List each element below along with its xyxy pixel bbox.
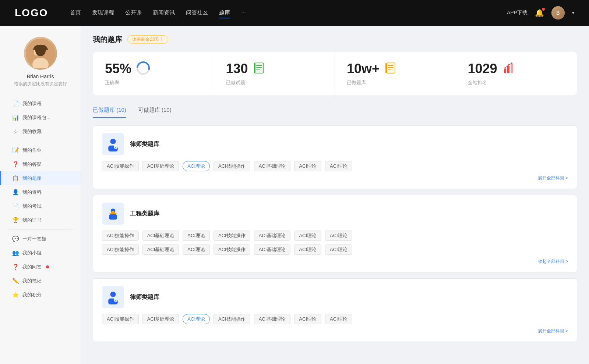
sidebar-item-my-courses[interactable]: 📄 我的课程	[0, 97, 81, 111]
svg-point-21	[504, 67, 506, 69]
l2-tag-6[interactable]: ACI理论	[325, 314, 352, 324]
profile-chevron-icon[interactable]: ▾	[572, 10, 574, 15]
certificate-icon: 🏆	[12, 217, 19, 224]
expand-lawyer-1[interactable]: 展开全部科目 >	[102, 175, 568, 181]
nav-discover[interactable]: 发现课程	[92, 8, 114, 18]
questions-label: 已做试题	[226, 79, 323, 86]
sidebar-item-certificate[interactable]: 🏆 我的证书	[0, 213, 81, 227]
main-layout: Brian Harris 错误的决定比没有决定要好 📄 我的课程 📊 我的课程包…	[0, 0, 589, 364]
bank-card-lawyer-1: ✓ 律师类题库 ACI技能操作 ACI基础理论 ACI理论 ACI技能操作 AC…	[93, 125, 577, 189]
eng-tag-1[interactable]: ACI基础理论	[142, 231, 179, 241]
bank-tags-engineer: ACI技能操作 ACI基础理论 ACI理论 ACI技能操作 ACI基础理论 AC…	[102, 231, 568, 241]
nav-qa[interactable]: 问答社区	[186, 8, 208, 18]
l2-tag-2[interactable]: ACI理论	[183, 314, 210, 324]
app-download-button[interactable]: APP下载	[507, 10, 528, 16]
bank-name-lawyer-2: 律师类题库	[130, 293, 159, 301]
eng-tag-3[interactable]: ACI技能操作	[214, 231, 250, 241]
svg-rect-19	[507, 66, 509, 73]
eng-tag-9[interactable]: ACI理论	[183, 245, 210, 255]
nav-links: 首页 发现课程 公开课 新闻资讯 问答社区 题库 ···	[70, 8, 507, 18]
tag-4[interactable]: ACI基础理论	[254, 161, 291, 171]
sidebar-item-points[interactable]: ⭐ 我的积分	[0, 288, 81, 302]
nav-open-course[interactable]: 公开课	[125, 8, 142, 18]
eng-tag-6[interactable]: ACI理论	[325, 231, 352, 241]
l2-tag-4[interactable]: ACI基础理论	[254, 314, 291, 324]
sidebar-divider-2	[7, 229, 73, 230]
l2-tag-3[interactable]: ACI技能操作	[214, 314, 250, 324]
qa-icon: ❓	[12, 161, 19, 168]
tag-0[interactable]: ACI技能操作	[102, 161, 139, 171]
sidebar-item-exam[interactable]: 📄 我的考试	[0, 199, 81, 213]
tag-6[interactable]: ACI理论	[325, 161, 352, 171]
lawyer2-icon: ✓	[102, 286, 124, 308]
eng-tag-4[interactable]: ACI基础理论	[254, 231, 291, 241]
eng-tag-5[interactable]: ACI理论	[294, 231, 321, 241]
eng-tag-12[interactable]: ACI理论	[294, 245, 321, 255]
eng-tag-13[interactable]: ACI理论	[325, 245, 352, 255]
nav-right: APP下载 🔔 B ▾	[507, 6, 574, 19]
eng-tag-7[interactable]: ACI技能操作	[102, 245, 139, 255]
sidebar-item-qa[interactable]: ❓ 我的答疑	[0, 157, 81, 171]
eng-tag-8[interactable]: ACI基础理论	[142, 245, 179, 255]
stat-questions-top: 130	[226, 61, 323, 76]
rank-label: 全站排名	[468, 79, 565, 86]
sidebar: Brian Harris 错误的决定比没有决定要好 📄 我的课程 📊 我的课程包…	[0, 26, 81, 364]
bank-tags-lawyer-2: ACI技能操作 ACI基础理论 ACI理论 ACI技能操作 ACI基础理论 AC…	[102, 314, 568, 324]
tab-available[interactable]: 可做题库 (10)	[138, 103, 172, 118]
svg-point-34	[110, 292, 116, 297]
eng-tag-10[interactable]: ACI技能操作	[214, 245, 250, 255]
sidebar-item-course-packages[interactable]: 📊 我的课程包...	[0, 111, 81, 125]
notification-bell[interactable]: 🔔	[535, 8, 544, 17]
rank-value: 1029	[468, 61, 497, 76]
user-avatar[interactable]: B	[551, 6, 565, 19]
sidebar-item-favorites[interactable]: ☆ 我的收藏	[0, 125, 81, 139]
sidebar-item-homework[interactable]: 📝 我的作业	[0, 143, 81, 157]
profile-icon: 👤	[12, 189, 19, 196]
accuracy-label: 正确率	[105, 79, 202, 86]
exam-icon: 📄	[12, 203, 19, 210]
tag-1[interactable]: ACI基础理论	[142, 161, 179, 171]
bar-chart-icon	[502, 62, 514, 75]
sidebar-item-groups[interactable]: 👥 我的小组	[0, 246, 81, 260]
svg-rect-15	[388, 67, 394, 68]
avatar	[24, 37, 57, 70]
l2-tag-0[interactable]: ACI技能操作	[102, 314, 139, 324]
navbar: LOGO 首页 发现课程 公开课 新闻资讯 问答社区 题库 ··· APP下载 …	[0, 0, 589, 26]
my-qa-icon: ❓	[12, 264, 19, 270]
l2-tag-1[interactable]: ACI基础理论	[142, 314, 179, 324]
sidebar-item-profile[interactable]: 👤 我的资料	[0, 185, 81, 199]
nav-question-bank[interactable]: 题库	[219, 8, 230, 18]
user-motto: 错误的决定比没有决定要好	[10, 81, 71, 87]
sidebar-menu: 📄 我的课程 📊 我的课程包... ☆ 我的收藏 📝 我的作业 ❓ 我的答疑 �	[0, 97, 81, 302]
svg-rect-6	[255, 63, 264, 73]
eng-tag-2[interactable]: ACI理论	[183, 231, 210, 241]
lawyer-icon: ✓	[102, 133, 124, 155]
expand-lawyer-2[interactable]: 展开全部科目 >	[102, 328, 568, 334]
sidebar-item-my-qa[interactable]: ❓ 我的问答	[0, 260, 81, 274]
nav-news[interactable]: 新闻资讯	[153, 8, 175, 18]
eng-tag-0[interactable]: ACI技能操作	[102, 231, 139, 241]
page-title: 我的题库	[93, 35, 122, 44]
sidebar-item-notes[interactable]: ✏️ 我的笔记	[0, 274, 81, 288]
sidebar-item-1on1-qa[interactable]: 💬 一对一答疑	[0, 232, 81, 246]
eng-tag-11[interactable]: ACI基础理论	[254, 245, 291, 255]
my-courses-icon: 📄	[12, 100, 19, 107]
main-content: 我的题库 体验剩余23天！ 55% 正确率	[81, 26, 589, 364]
svg-text:✓: ✓	[114, 299, 117, 302]
favorites-icon: ☆	[12, 128, 19, 135]
svg-rect-30	[109, 214, 117, 220]
tab-done[interactable]: 已做题库 (10)	[93, 103, 126, 118]
l2-tag-5[interactable]: ACI理论	[294, 314, 321, 324]
bank-card-lawyer-2: ✓ 律师类题库 ACI技能操作 ACI基础理论 ACI理论 ACI技能操作 AC…	[93, 278, 577, 342]
collapse-engineer[interactable]: 收起全部科目 >	[102, 258, 568, 265]
question-bank-tabs: 已做题库 (10) 可做题库 (10)	[93, 103, 577, 118]
tag-5[interactable]: ACI理论	[294, 161, 321, 171]
svg-rect-11	[254, 63, 255, 73]
nav-home[interactable]: 首页	[70, 8, 81, 18]
course-packages-icon: 📊	[12, 114, 19, 121]
tag-3[interactable]: ACI技能操作	[214, 161, 250, 171]
stat-banks-top: 10w+	[347, 61, 444, 76]
nav-more[interactable]: ···	[241, 8, 246, 18]
tag-2[interactable]: ACI理论	[183, 161, 210, 171]
sidebar-item-question-bank[interactable]: 📋 我的题库	[0, 171, 81, 185]
